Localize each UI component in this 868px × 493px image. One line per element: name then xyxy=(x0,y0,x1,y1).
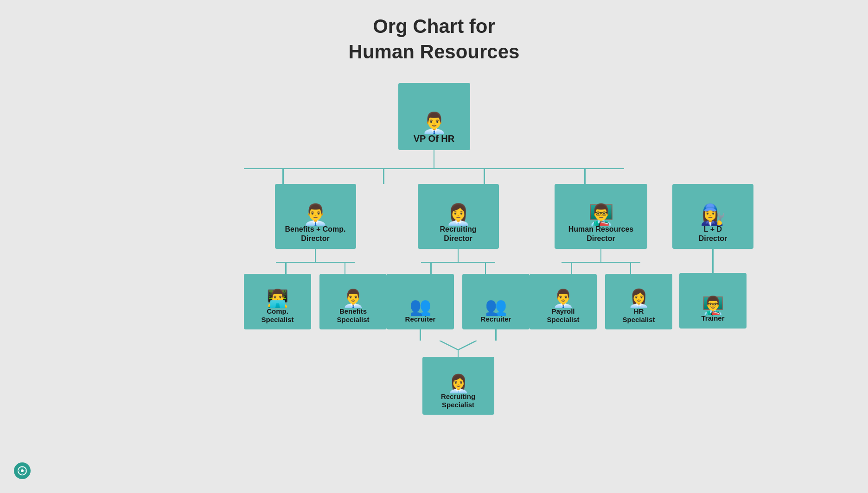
recruiting-spec-node: 👩‍💼 RecruitingSpecialist xyxy=(422,357,494,415)
trainer-node: 👨‍🏫 Trainer xyxy=(679,273,747,329)
directors-row: 👨‍💼 Benefits + Comp.Director xyxy=(225,184,643,415)
benefits-spec-icon: 👨‍💼 xyxy=(342,290,364,307)
hr-dir-node: 👨‍🏫 Human ResourcesDirector xyxy=(555,184,647,249)
vp-connector-v xyxy=(434,150,435,168)
drop4 xyxy=(584,169,586,184)
svg-line-0 xyxy=(440,341,458,350)
ld-dir-icon: 👩‍🔧 xyxy=(700,204,726,225)
recruiting-col: 👩‍💼 RecruitingDirector xyxy=(387,184,530,415)
recruiting-dir-node: 👩‍💼 RecruitingDirector xyxy=(418,184,499,249)
vp-label: VP Of HR xyxy=(414,133,455,145)
payroll-spec-node: 👨‍💼 PayrollSpecialist xyxy=(530,274,597,329)
page-title: Org Chart for Human Resources xyxy=(349,14,520,64)
benefits-comp-col: 👨‍💼 Benefits + Comp.Director xyxy=(244,184,387,415)
recruiter2-icon: 👥 xyxy=(485,297,507,315)
bc-specialists: 👨‍💻 Comp.Specialist 👨‍💼 BenefitsSpeciali… xyxy=(244,274,387,329)
benefits-spec-label: BenefitsSpecialist xyxy=(337,307,369,324)
drop2 xyxy=(383,169,384,184)
ld-dir-label: L + DDirector xyxy=(699,225,727,243)
benefits-comp-icon: 👨‍💼 xyxy=(303,204,328,225)
recruiter1-icon: 👥 xyxy=(409,297,431,315)
comp-spec-node: 👨‍💻 Comp.Specialist xyxy=(244,274,311,329)
recruiting-dir-icon: 👩‍💼 xyxy=(446,204,471,225)
hr-spec-node: 👩‍💼 HRSpecialist xyxy=(605,274,672,329)
benefits-spec-node: 👨‍💼 BenefitsSpecialist xyxy=(319,274,387,329)
ld-dir-node: 👩‍🔧 L + DDirector xyxy=(672,184,753,249)
benefits-comp-node: 👨‍💼 Benefits + Comp.Director xyxy=(275,184,356,249)
comp-spec-label: Comp.Specialist xyxy=(261,307,294,324)
hr-specialists: 👨‍💼 PayrollSpecialist 👩‍💼 HRSpecialist xyxy=(530,274,672,329)
drop1 xyxy=(282,169,284,184)
ld-col: 👩‍🔧 L + DDirector 👨‍🏫 Trainer xyxy=(672,184,753,415)
trainer-label: Trainer xyxy=(701,314,724,323)
recruiting-spec-icon: 👩‍💼 xyxy=(447,375,469,392)
payroll-spec-label: PayrollSpecialist xyxy=(547,307,579,324)
recruiter-row: 👥 Recruiter 👥 Recruiter xyxy=(387,274,530,341)
vp-node: 👨‍💼 VP Of HR xyxy=(398,83,470,150)
svg-point-3 xyxy=(21,469,24,472)
recruiter1-label: Recruiter xyxy=(405,315,436,324)
recruiting-dir-label: RecruitingDirector xyxy=(440,225,476,243)
org-chart: 👨‍💼 VP Of HR xyxy=(244,83,624,415)
vp-icon: 👨‍💼 xyxy=(421,113,447,133)
comp-spec-icon: 👨‍💻 xyxy=(267,290,288,307)
trainer-icon: 👨‍🏫 xyxy=(702,297,724,314)
recruiter2-label: Recruiter xyxy=(481,315,511,324)
corner-icon xyxy=(14,462,31,479)
drop3 xyxy=(484,169,485,184)
corner-svg xyxy=(17,466,27,476)
rec-merge-svg xyxy=(421,341,495,350)
svg-line-1 xyxy=(458,341,477,350)
hr-dir-label: Human ResourcesDirector xyxy=(568,225,634,243)
recruiter1-node: 👥 Recruiter xyxy=(387,274,454,329)
payroll-spec-icon: 👨‍💼 xyxy=(552,290,574,307)
bc-connector-v xyxy=(315,249,316,262)
benefits-comp-label: Benefits + Comp.Director xyxy=(285,225,345,243)
recruiting-spec-label: RecruitingSpecialist xyxy=(441,392,475,409)
hr-spec-label: HRSpecialist xyxy=(622,307,655,324)
recruiter2-node: 👥 Recruiter xyxy=(462,274,530,329)
hr-spec-icon: 👩‍💼 xyxy=(628,290,650,307)
hr-col: 👨‍🏫 Human ResourcesDirector xyxy=(530,184,672,415)
hr-dir-icon: 👨‍🏫 xyxy=(588,204,614,225)
